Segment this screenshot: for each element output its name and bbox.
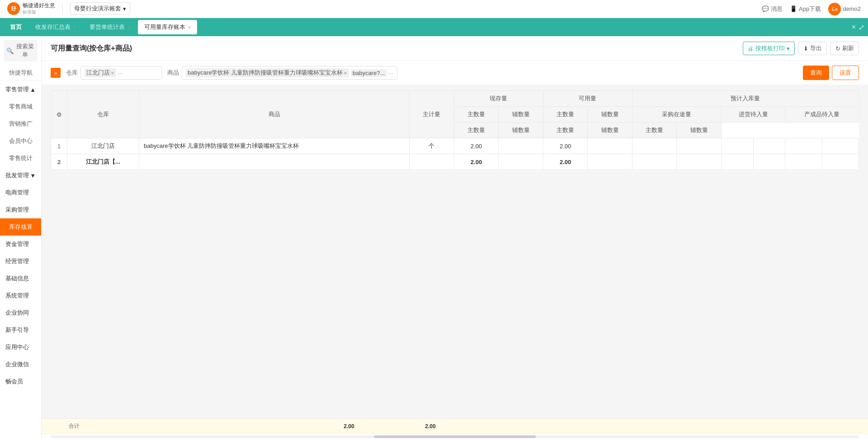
expand-btn[interactable]: ⤢ — [859, 23, 864, 32]
sidebar-group-retail-title[interactable]: 零售管理 ▲ — [0, 81, 41, 98]
scrollbar-track[interactable] — [51, 435, 859, 438]
sidebar-group-operations: 经营管理 — [0, 253, 41, 270]
message-btn[interactable]: 💬 消息 — [762, 5, 783, 13]
sidebar-group-ecommerce-title[interactable]: 电商管理 — [0, 184, 41, 201]
close-tab-1[interactable]: × — [127, 24, 130, 30]
tab-available-inventory-label: 可用量库存账本 — [144, 23, 185, 31]
setting-btn[interactable]: 设置 — [832, 66, 859, 80]
close-all-btn[interactable]: × — [852, 23, 856, 32]
col-stock-group: 现存量 — [454, 91, 543, 107]
phone-icon: 📱 — [790, 5, 797, 12]
tab-order-stats-label: 要货单统计表 — [90, 23, 125, 31]
tab-order-stats[interactable]: 要货单统计表 × — [83, 20, 137, 34]
app-download-btn[interactable]: 📱 App下载 — [790, 5, 821, 13]
product-tag-1-close[interactable]: × — [344, 70, 347, 76]
close-tab-0[interactable]: × — [73, 24, 76, 30]
sidebar-group-operations-title[interactable]: 经营管理 — [0, 253, 41, 270]
sidebar-group-app-title[interactable]: 应用中心 — [0, 339, 41, 356]
sidebar-item-inventory[interactable]: 库存核算 — [0, 218, 41, 236]
chevron-up-icon: ▲ — [30, 86, 36, 93]
tab-home[interactable]: 首页 — [4, 20, 28, 34]
sidebar-group-finance-title[interactable]: 资金管理 — [0, 236, 41, 253]
warehouse-input[interactable]: 江北门店 × ··· — [80, 66, 162, 80]
close-tab-2[interactable]: × — [188, 24, 191, 30]
user-profile[interactable]: Ea demo2 — [828, 3, 861, 15]
warehouse-label: 仓库 — [66, 69, 78, 77]
col-purchase-group: 采购在途量 — [632, 107, 721, 123]
tab-available-inventory[interactable]: 可用量库存账本 × — [138, 20, 197, 34]
row-2-available-main: 2.00 — [543, 154, 588, 170]
row-1-warehouse: 江北门店 — [67, 138, 139, 154]
logo-text-block: 畅捷通好生意 标准版 — [23, 2, 55, 15]
operations-group-label: 经营管理 — [5, 257, 29, 265]
quick-nav-btn[interactable]: 快捷导航 — [0, 65, 41, 81]
print-btn[interactable]: 🖨 按模板打印 ▾ — [743, 42, 795, 55]
export-btn[interactable]: ⬇ 导出 — [798, 42, 827, 55]
query-btn[interactable]: 查询 — [803, 66, 829, 80]
row-2-stock-aux — [499, 154, 543, 170]
product-input[interactable]: babycare学饮杯 儿童防摔防撞吸管杯重力球吸嘴杯宝宝水杯 × babyca… — [182, 66, 397, 80]
export-label: 导出 — [810, 44, 822, 52]
top-bar-left: 好 畅捷通好生意 标准版 母婴行业演示账套 ▾ — [7, 2, 130, 15]
warehouse-more-icon[interactable]: ··· — [118, 70, 123, 76]
refresh-label: 刷新 — [842, 44, 854, 52]
table-area: ⚙ 仓库 商品 主计量 现存量 可用量 预计入库量 主数量 辅数量 主数量 辅数… — [42, 85, 868, 418]
col-warehouse-header: 仓库 — [67, 91, 139, 138]
sidebar-group-basic-info: 基础信息 — [0, 270, 41, 287]
divider — [62, 4, 63, 13]
top-bar-right: 💬 消息 📱 App下载 Ea demo2 — [762, 3, 861, 15]
sidebar-group-wechat-title[interactable]: 企业微信 — [0, 356, 41, 373]
nav-tabs: 首页 收发存汇总表 × 要货单统计表 × 可用量库存账本 × × ⤢ — [0, 18, 868, 36]
message-icon: 💬 — [762, 5, 769, 12]
refresh-icon: ↻ — [835, 45, 840, 52]
row-1-stock-aux — [499, 138, 543, 154]
filter-expand-btn[interactable]: » — [51, 68, 61, 78]
sidebar-item-marketing[interactable]: 营销推广 — [0, 115, 41, 132]
chevron-icon: ▼ — [30, 172, 36, 179]
member-group-label: 畅会员 — [5, 378, 23, 386]
sidebar-group-sys-title[interactable]: 系统管理 — [0, 287, 41, 304]
sidebar-group-newbie-title[interactable]: 新手引导 — [0, 321, 41, 339]
product-tag-2: babycare?... — [351, 69, 387, 77]
row-1-available-aux — [588, 138, 632, 154]
sidebar-group-wholesale: 批发管理 ▼ — [0, 167, 41, 184]
quick-nav-label: 快捷导航 — [9, 69, 33, 76]
search-menu-label: 搜索菜单 — [15, 42, 35, 59]
demo-select[interactable]: 母婴行业演示账套 ▾ — [70, 2, 130, 15]
sidebar-item-members[interactable]: 会员中心 — [0, 132, 41, 150]
product-more-icon[interactable]: ··· — [388, 70, 393, 76]
tab-collection-summary-label: 收发存汇总表 — [35, 23, 71, 31]
filter-actions: 查询 设置 — [803, 66, 859, 80]
warehouse-tag-close[interactable]: × — [111, 70, 114, 76]
row-2-incoming-main — [721, 154, 753, 170]
search-menu-btn[interactable]: 🔍 搜索菜单 — [4, 40, 38, 61]
page-header: 可用量查询(按仓库+商品) 🖨 按模板打印 ▾ ⬇ 导出 ↻ 刷新 — [42, 36, 868, 61]
ecommerce-group-label: 电商管理 — [5, 189, 29, 197]
sidebar-item-retail-mall[interactable]: 零售商城 — [0, 98, 41, 115]
row-1-seq: 1 — [51, 138, 67, 154]
newbie-group-label: 新手引导 — [5, 326, 29, 334]
message-label: 消息 — [771, 5, 783, 13]
logo-name: 畅捷通好生意 — [23, 2, 55, 9]
collab-group-label: 企业协同 — [5, 309, 29, 317]
sidebar-item-retail-stats[interactable]: 零售统计 — [0, 150, 41, 167]
footer-label: 合计 — [51, 422, 322, 430]
row-1-purchase-main — [632, 138, 677, 154]
col-settings[interactable]: ⚙ — [51, 91, 67, 138]
scrollbar-thumb[interactable] — [374, 435, 536, 438]
footer-stock-total: 2.00 — [322, 423, 376, 430]
sidebar-group-wholesale-title[interactable]: 批发管理 ▼ — [0, 167, 41, 184]
product-tag-2-value: babycare?... — [353, 70, 385, 76]
sidebar-group-collab-title[interactable]: 企业协同 — [0, 304, 41, 321]
sidebar-group-member-title[interactable]: 畅会员 — [0, 373, 41, 390]
sidebar-group-purchase-title[interactable]: 采购管理 — [0, 201, 41, 218]
sidebar-group-basic-info-title[interactable]: 基础信息 — [0, 270, 41, 287]
tab-collection-summary[interactable]: 收发存汇总表 × — [29, 20, 82, 34]
row-1-production-main — [785, 138, 822, 154]
product-label: 商品 — [167, 69, 179, 77]
col-forecast-group: 预计入库量 — [632, 91, 859, 107]
warehouse-tag-value: 江北门店 — [86, 69, 110, 77]
layout: 🔍 搜索菜单 快捷导航 零售管理 ▲ 零售商城 营销推广 会员中心 零售统计 批… — [0, 36, 868, 439]
refresh-btn[interactable]: ↻ 刷新 — [830, 42, 859, 55]
row-1-incoming-main — [721, 138, 753, 154]
